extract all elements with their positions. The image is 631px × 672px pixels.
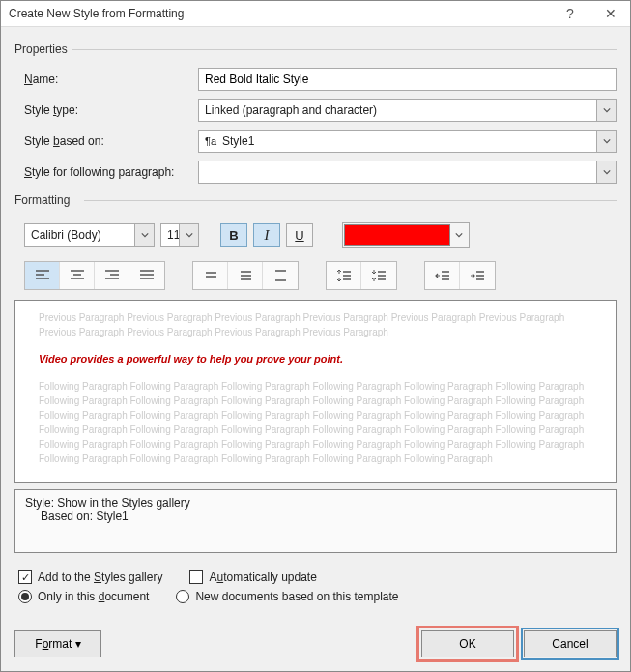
format-button[interactable]: Format ▾ bbox=[14, 630, 101, 657]
help-button[interactable]: ? bbox=[559, 2, 582, 25]
align-center-button[interactable] bbox=[60, 262, 95, 289]
ok-button[interactable]: OK bbox=[421, 630, 514, 657]
new-documents-radio[interactable]: New documents based on this template bbox=[176, 590, 398, 603]
chevron-down-icon bbox=[596, 161, 616, 183]
font-size-combo[interactable]: 11 bbox=[160, 223, 199, 247]
preview-sample-text: Video provides a powerful way to help yo… bbox=[39, 351, 592, 367]
only-this-document-radio[interactable]: Only in this document bbox=[18, 590, 149, 603]
spacing-double-button[interactable] bbox=[263, 262, 298, 289]
style-type-combo[interactable]: Linked (paragraph and character) bbox=[198, 99, 617, 122]
following-combo[interactable] bbox=[198, 161, 617, 184]
align-right-button[interactable] bbox=[95, 262, 129, 289]
based-on-label: Style based on: bbox=[14, 134, 198, 148]
font-name-combo[interactable]: Calibri (Body) bbox=[24, 223, 155, 247]
style-type-label: Style type: bbox=[14, 103, 198, 117]
dialog-title: Create New Style from Formatting bbox=[9, 7, 559, 20]
desc-line2: Based on: Style1 bbox=[25, 510, 606, 523]
decrease-indent-button[interactable] bbox=[425, 262, 460, 289]
auto-update-checkbox[interactable]: Automatically update bbox=[189, 570, 316, 584]
chevron-down-icon bbox=[596, 131, 616, 152]
style-description: Style: Show in the Styles gallery Based … bbox=[14, 489, 617, 553]
para-spacing-group bbox=[326, 261, 397, 290]
underline-button[interactable]: U bbox=[286, 223, 313, 247]
desc-line1: Style: Show in the Styles gallery bbox=[25, 496, 606, 510]
alignment-group bbox=[24, 261, 165, 290]
spacing-15-button[interactable] bbox=[228, 262, 263, 289]
name-input[interactable] bbox=[198, 68, 617, 91]
titlebar: Create New Style from Formatting ? ✕ bbox=[1, 1, 630, 27]
following-label: Style for following paragraph: bbox=[14, 165, 198, 179]
checkbox-checked-icon: ✓ bbox=[18, 570, 32, 584]
based-on-combo[interactable]: ¶a Style1 bbox=[198, 130, 617, 153]
bold-button[interactable]: B bbox=[220, 223, 247, 247]
spacing-single-button[interactable] bbox=[193, 262, 228, 289]
checkbox-unchecked-icon bbox=[189, 570, 203, 584]
style-preview: Previous Paragraph Previous Paragraph Pr… bbox=[14, 300, 617, 483]
formatting-section-label: Formatting bbox=[14, 193, 617, 207]
properties-section-label: Properties bbox=[14, 43, 617, 56]
chevron-down-icon bbox=[596, 100, 616, 121]
align-left-button[interactable] bbox=[25, 262, 60, 289]
color-swatch bbox=[344, 224, 450, 246]
preview-next-text: Following Paragraph Following Paragraph … bbox=[39, 379, 592, 466]
align-justify-button[interactable] bbox=[129, 262, 164, 289]
para-space-increase-button[interactable] bbox=[327, 262, 361, 289]
create-style-dialog: Create New Style from Formatting ? ✕ Pro… bbox=[0, 0, 631, 672]
radio-selected-icon bbox=[18, 590, 32, 603]
spacing-group bbox=[192, 261, 299, 290]
font-color-combo[interactable] bbox=[342, 222, 470, 248]
preview-prev-text: Previous Paragraph Previous Paragraph Pr… bbox=[39, 310, 592, 339]
indent-group bbox=[424, 261, 496, 290]
italic-button[interactable]: I bbox=[253, 223, 280, 247]
name-label: Name: bbox=[14, 73, 198, 86]
para-space-decrease-button[interactable] bbox=[361, 262, 396, 289]
chevron-down-icon bbox=[450, 224, 468, 246]
chevron-down-icon bbox=[134, 224, 154, 246]
based-on-value: Style1 bbox=[222, 134, 254, 148]
close-button[interactable]: ✕ bbox=[599, 2, 622, 25]
cancel-button[interactable]: Cancel bbox=[524, 630, 617, 657]
paragraph-icon: ¶a bbox=[205, 135, 216, 147]
radio-unselected-icon bbox=[176, 590, 189, 603]
add-to-gallery-checkbox[interactable]: ✓ Add to the Styles gallery bbox=[18, 570, 162, 584]
style-type-value: Linked (paragraph and character) bbox=[205, 103, 377, 117]
chevron-down-icon bbox=[179, 224, 198, 246]
increase-indent-button[interactable] bbox=[460, 262, 495, 289]
